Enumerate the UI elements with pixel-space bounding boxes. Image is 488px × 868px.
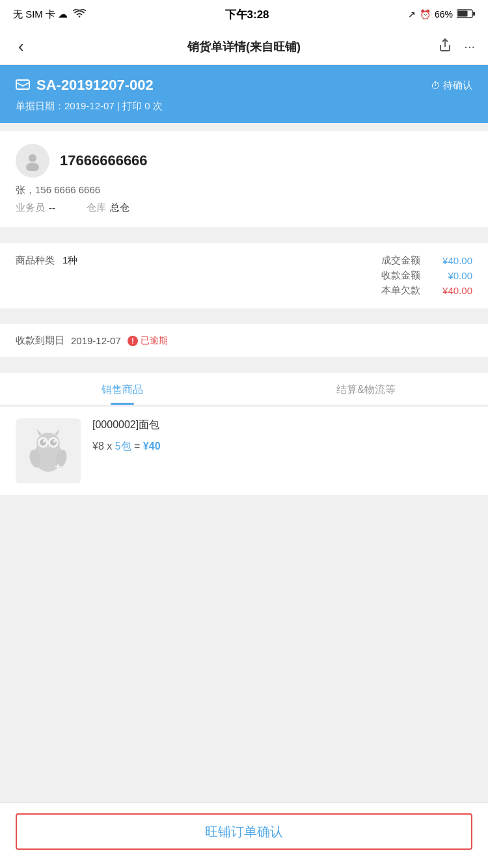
svg-text:+: + [55, 460, 62, 473]
warehouse-meta: 仓库 总仓 [87, 202, 129, 214]
customer-meta: 业务员 -- 仓库 总仓 [16, 202, 472, 214]
svg-point-15 [53, 440, 56, 442]
avatar [16, 144, 49, 178]
stats-left: 商品种类 1种 [16, 254, 77, 267]
stat-value-2: ¥0.00 [427, 270, 472, 281]
salesperson-label: 业务员 [16, 202, 45, 214]
battery-level: 66% [435, 9, 453, 20]
battery-icon [457, 9, 475, 20]
back-button[interactable]: ‹ [13, 34, 29, 59]
due-date-row: 收款到期日 2019-12-07 ! 已逾期 [0, 324, 488, 357]
tab-sales-products[interactable]: 销售商品 [0, 373, 244, 405]
status-label: 待确认 [443, 79, 472, 92]
product-section: + [0000002]面包 ¥8 x 5包 = ¥40 [0, 407, 488, 495]
order-date: 单据日期：2019-12-07 | 打印 0 次 [16, 100, 472, 113]
product-item: + [0000002]面包 ¥8 x 5包 = ¥40 [16, 418, 472, 483]
order-header: SA-20191207-002 ⏱ 待确认 单据日期：2019-12-07 | … [0, 65, 488, 123]
stat-label-3: 本单欠款 [381, 284, 420, 297]
tabs-container: 销售商品 结算&物流等 [0, 373, 488, 405]
order-status: ⏱ 待确认 [431, 79, 472, 92]
order-number: SA-20191207-002 [36, 77, 154, 94]
warehouse-label: 仓库 [87, 202, 106, 214]
separator-3 [0, 316, 488, 324]
bottom-bar: 旺铺订单确认 [0, 802, 488, 868]
stat-label-2: 收款金额 [381, 269, 420, 282]
order-id: SA-20191207-002 [16, 77, 154, 94]
stat-label-1: 成交金额 [381, 254, 420, 267]
location-icon: ↗ [408, 9, 416, 20]
equals-text: = [131, 441, 143, 452]
product-name: [0000002]面包 [92, 418, 472, 432]
due-date-label: 收款到期日 [16, 334, 64, 347]
status-left: 无 SIM 卡 ☁ [13, 8, 86, 21]
status-right: ↗ ⏰ 66% [408, 9, 475, 20]
overdue-label: 已逾期 [141, 335, 168, 347]
svg-point-13 [50, 439, 57, 446]
stat-row-2: 收款金额 ¥0.00 [381, 269, 472, 282]
product-price: ¥8 x 5包 = ¥40 [92, 440, 472, 454]
overdue-dot-icon: ! [128, 336, 138, 346]
svg-rect-2 [473, 12, 475, 16]
salesperson-value: -- [49, 202, 55, 213]
salesperson-meta: 业务员 -- [16, 202, 55, 214]
more-icon[interactable]: ··· [464, 39, 475, 54]
overdue-badge: ! 已逾期 [128, 335, 168, 347]
tab-settlement-logistics[interactable]: 结算&物流等 [244, 373, 488, 405]
status-bar: 无 SIM 卡 ☁ 下午3:28 ↗ ⏰ 66% [0, 0, 488, 29]
product-info: [0000002]面包 ¥8 x 5包 = ¥40 [92, 418, 472, 454]
customer-name: 17666666666 [60, 152, 148, 169]
product-thumbnail: + [16, 418, 81, 483]
stats-right: 成交金额 ¥40.00 收款金额 ¥0.00 本单欠款 ¥40.00 [381, 254, 472, 297]
customer-detail: 张，156 6666 6666 [16, 184, 472, 197]
svg-rect-3 [16, 80, 29, 89]
content-area [0, 495, 488, 625]
separator-2 [0, 235, 488, 243]
stat-row-1: 成交金额 ¥40.00 [381, 254, 472, 267]
confirm-order-button[interactable]: 旺铺订单确认 [16, 813, 472, 850]
status-clock-icon: ⏱ [431, 80, 441, 91]
customer-card: 17666666666 张，156 6666 6666 业务员 -- 仓库 总仓 [0, 131, 488, 227]
wifi-icon [73, 9, 86, 20]
nav-actions: ··· [438, 38, 475, 55]
svg-point-4 [29, 154, 36, 162]
separator-4 [0, 365, 488, 373]
stat-value-1: ¥40.00 [427, 255, 472, 266]
product-type-label: 商品种类 [16, 254, 55, 267]
page-title: 销货单详情(来自旺铺) [187, 39, 301, 55]
alarm-icon: ⏰ [420, 9, 431, 20]
total-text: ¥40 [143, 441, 161, 452]
svg-point-5 [26, 163, 39, 171]
stats-card: 商品种类 1种 成交金额 ¥40.00 收款金额 ¥0.00 本单欠款 ¥40.… [0, 243, 488, 308]
product-type-value: 1种 [62, 254, 77, 267]
status-time: 下午3:28 [225, 7, 269, 22]
stat-value-3: ¥40.00 [427, 285, 472, 296]
due-date-value: 2019-12-07 [71, 335, 121, 346]
sim-status: 无 SIM 卡 ☁ [13, 8, 68, 21]
svg-rect-1 [457, 10, 467, 16]
separator-1 [0, 123, 488, 131]
stat-row-3: 本单欠款 ¥40.00 [381, 284, 472, 297]
svg-point-12 [40, 439, 46, 446]
warehouse-value: 总仓 [110, 202, 129, 214]
price-text: ¥8 x [92, 441, 115, 452]
svg-point-14 [43, 440, 46, 442]
share-icon[interactable] [438, 38, 452, 55]
order-icon [16, 77, 30, 94]
nav-bar: ‹ 销货单详情(来自旺铺) ··· [0, 29, 488, 65]
svg-marker-9 [55, 429, 60, 435]
svg-marker-8 [36, 429, 42, 435]
qty-text: 5包 [115, 441, 131, 452]
